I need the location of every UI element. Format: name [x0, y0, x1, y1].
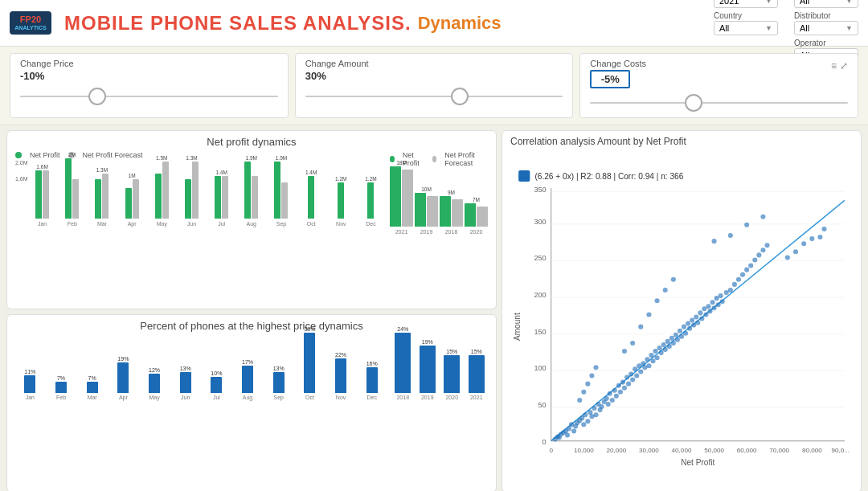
bar-group: 1.2MDec	[357, 176, 385, 227]
correlation-panel: Correlation analysis Amount by Net Profi…	[502, 130, 862, 491]
svg-point-51	[593, 412, 598, 417]
svg-point-118	[740, 272, 745, 277]
bar-group: 2MFeb	[58, 152, 86, 227]
svg-rect-0	[518, 170, 530, 182]
chevron-down-icon: ▼	[845, 0, 853, 5]
svg-point-132	[760, 215, 765, 219]
distributor-label: Distributor	[794, 11, 858, 20]
svg-point-119	[744, 268, 749, 272]
slider-thumb[interactable]	[685, 94, 702, 112]
net-profit-title: Net profit dynamics	[15, 136, 488, 148]
svg-point-99	[691, 323, 696, 328]
svg-point-73	[638, 369, 643, 374]
svg-point-133	[712, 239, 717, 243]
svg-point-136	[581, 390, 586, 395]
svg-text:Net Profit: Net Profit	[681, 458, 714, 467]
svg-point-104	[702, 306, 706, 311]
svg-point-47	[585, 419, 590, 423]
pct-bar-group: 38%Oct	[295, 326, 325, 400]
svg-text:0: 0	[542, 438, 547, 446]
svg-text:Amount: Amount	[513, 313, 522, 341]
scatter-plot: (6.26 + 0x) | R2: 0.88 | Corr: 0.94 | n:…	[510, 150, 853, 487]
pct-bar-group: 24%2018	[391, 326, 415, 400]
svg-point-125	[817, 235, 822, 239]
svg-point-59	[610, 398, 615, 403]
slider-thumb[interactable]	[88, 88, 106, 105]
forecast-legend-label: Net Profit Forecast	[83, 151, 143, 159]
svg-text:10,000: 10,000	[574, 447, 594, 454]
pct-bar-group: 16%Dec	[357, 361, 387, 400]
year-select[interactable]: 2021 ▼	[714, 0, 778, 8]
change-amount-slider[interactable]	[305, 88, 563, 104]
pct-bar-group: 7%Mar	[77, 375, 107, 400]
change-price-panel: Change Price -10%	[10, 53, 289, 118]
svg-point-58	[608, 391, 612, 396]
svg-point-38	[565, 433, 570, 438]
expand-icon[interactable]: ⤢	[840, 60, 848, 72]
forecast-dot	[432, 156, 437, 162]
sliders-area: Change Price -10% Change Amount 30% Chan…	[0, 47, 868, 125]
svg-point-40	[571, 428, 576, 433]
svg-point-62	[616, 383, 621, 388]
svg-point-121	[752, 257, 757, 262]
svg-point-124	[764, 243, 769, 248]
svg-point-96	[686, 321, 690, 326]
change-amount-label: Change Amount	[305, 59, 563, 68]
svg-point-100	[694, 314, 698, 319]
svg-point-137	[585, 382, 590, 387]
pct-phones-title: Percent of phones at the highest price d…	[15, 320, 488, 332]
svg-point-126	[821, 227, 826, 231]
header: FP20 ANALYTICS MOBILE PHONE SALES ANALYS…	[0, 0, 868, 47]
brand-select[interactable]: All ▼	[794, 0, 858, 8]
country-value: All	[719, 23, 729, 33]
logo-subtext: ANALYTICS	[14, 25, 47, 31]
bar-group: 18M2021	[390, 160, 413, 235]
svg-point-72	[637, 363, 641, 368]
svg-point-83	[659, 350, 664, 355]
svg-point-63	[618, 390, 623, 395]
svg-text:20,000: 20,000	[606, 447, 626, 454]
svg-point-140	[622, 349, 627, 354]
change-amount-value: 30%	[305, 70, 563, 82]
svg-point-70	[633, 366, 637, 371]
svg-point-97	[687, 326, 692, 331]
svg-point-45	[581, 422, 586, 427]
country-label: Country	[714, 11, 778, 20]
svg-point-107	[707, 309, 712, 313]
country-select[interactable]: All ▼	[714, 21, 778, 35]
svg-point-138	[589, 373, 594, 378]
brand-filter: Brand All ▼	[794, 0, 858, 8]
svg-point-85	[663, 347, 668, 352]
chevron-down-icon: ▼	[845, 24, 853, 32]
correlation-chart: (6.26 + 0x) | R2: 0.88 | Corr: 0.94 | n:…	[510, 150, 853, 487]
net-profit-section: Net profit dynamics Net Profit Net Profi…	[6, 130, 497, 309]
distributor-select[interactable]: All ▼	[794, 21, 858, 35]
operator-label: Operator	[794, 39, 858, 47]
change-price-slider[interactable]	[20, 88, 278, 104]
svg-point-123	[760, 248, 765, 252]
svg-point-34	[557, 436, 562, 440]
svg-text:50,000: 50,000	[704, 447, 724, 454]
svg-point-110	[714, 296, 719, 301]
filter-icon[interactable]: ≡	[831, 60, 837, 72]
pct-bar-group: 15%2021	[465, 349, 489, 400]
svg-text:350: 350	[534, 186, 546, 194]
bar-group: 1MApr	[118, 173, 146, 227]
change-costs-slider[interactable]	[590, 95, 848, 111]
svg-point-108	[710, 300, 715, 305]
net-profit-legend-label: Net Profit	[30, 151, 60, 159]
bar-group: 1.3MJun	[178, 155, 206, 227]
slider-thumb[interactable]	[451, 88, 469, 105]
svg-text:300: 300	[534, 218, 546, 226]
year-value: 2021	[719, 0, 739, 6]
bar-group: 1.2MNov	[327, 176, 355, 227]
pct-bar-group: 12%May	[140, 367, 170, 400]
svg-point-115	[728, 288, 733, 293]
svg-point-130	[809, 236, 814, 241]
bar-group: 1.3MMar	[88, 167, 116, 227]
svg-point-71	[634, 373, 639, 378]
svg-point-57	[606, 402, 611, 407]
pct-bar-group: 13%Sep	[264, 366, 293, 400]
change-costs-value: -5%	[590, 70, 630, 88]
svg-point-86	[665, 339, 670, 344]
